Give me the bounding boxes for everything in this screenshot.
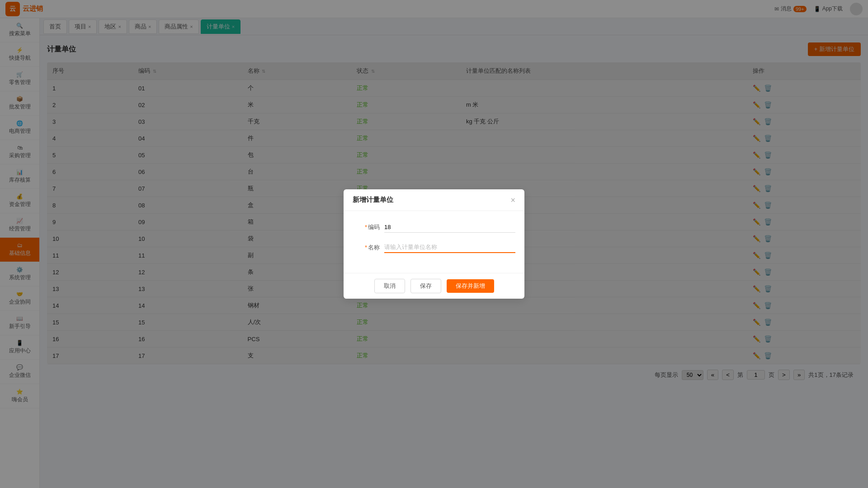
code-label: *编码 bbox=[353, 223, 380, 231]
save-button[interactable]: 保存 bbox=[410, 279, 441, 293]
name-label: *名称 bbox=[353, 244, 380, 252]
modal-footer: 取消 保存 保存并新增 bbox=[344, 273, 524, 299]
save-and-new-button[interactable]: 保存并新增 bbox=[447, 279, 494, 293]
required-star-name: * bbox=[365, 244, 367, 251]
modal-close-btn[interactable]: × bbox=[510, 196, 515, 204]
add-unit-modal: 新增计量单位 × *编码 *名称 取消 保存 bbox=[344, 189, 524, 299]
name-field-row: *名称 bbox=[353, 242, 515, 253]
modal-overlay: 新增计量单位 × *编码 *名称 取消 保存 bbox=[0, 0, 868, 488]
modal-body: *编码 *名称 bbox=[344, 211, 524, 273]
cancel-button[interactable]: 取消 bbox=[374, 279, 405, 293]
name-input[interactable] bbox=[384, 242, 515, 253]
required-star-code: * bbox=[365, 224, 367, 230]
modal-title: 新增计量单位 bbox=[353, 196, 393, 204]
code-field-row: *编码 bbox=[353, 222, 515, 233]
app-container: 云 云进销 ✉ 消息 99+ 📱 App下载 🔍 搜索菜单 bbox=[0, 0, 868, 488]
modal-header: 新增计量单位 × bbox=[344, 189, 524, 211]
code-input[interactable] bbox=[384, 222, 515, 233]
